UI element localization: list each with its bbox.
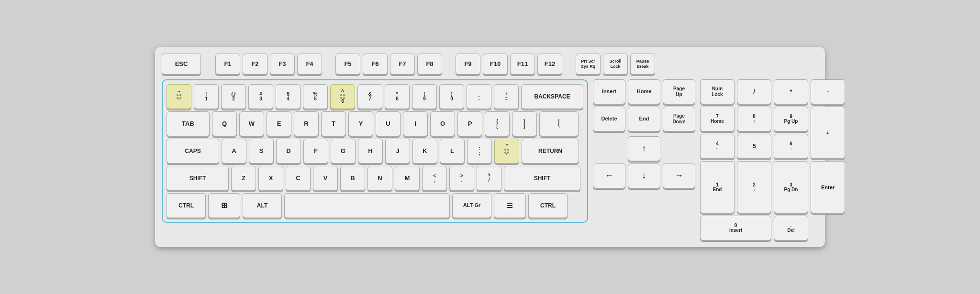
key-s[interactable]: S <box>249 139 274 163</box>
key-num7[interactable]: 7 Home <box>700 107 735 131</box>
key-tilde[interactable]: ~ ` <box>167 84 191 109</box>
key-down-arrow[interactable]: ↓ <box>628 163 660 188</box>
key-9[interactable]: ( 9 <box>412 84 437 109</box>
key-2[interactable]: @ 2 <box>221 84 246 109</box>
key-a[interactable]: A <box>222 139 246 163</box>
key-num4[interactable]: 4 ← <box>700 134 735 159</box>
key-n[interactable]: N <box>368 166 392 191</box>
key-num6[interactable]: 6 → <box>774 134 808 159</box>
key-5[interactable]: % 5 <box>303 84 328 109</box>
key-slash[interactable]: ? / <box>477 166 501 191</box>
key-scrolllock[interactable]: ScrollLock <box>603 54 628 75</box>
key-f12[interactable]: F12 <box>537 54 562 75</box>
key-num0[interactable]: 0 Insert <box>700 216 771 240</box>
key-equals[interactable]: + = <box>494 84 519 109</box>
key-ctrl-right[interactable]: CTRL <box>528 193 568 218</box>
key-b[interactable]: B <box>340 166 365 191</box>
key-num8[interactable]: 8 ↑ <box>737 107 771 131</box>
key-8[interactable]: * 8 <box>385 84 410 109</box>
key-menu[interactable]: ☰ <box>494 193 526 218</box>
key-tab[interactable]: TAB <box>167 111 210 136</box>
key-delete[interactable]: Delete <box>593 107 625 131</box>
key-win[interactable]: ⊞ <box>208 193 240 218</box>
key-h[interactable]: H <box>358 139 383 163</box>
key-ctrl-left[interactable]: CTRL <box>167 193 206 218</box>
key-home[interactable]: Home <box>628 79 660 104</box>
key-quote[interactable]: " ' <box>494 139 519 163</box>
key-up-arrow[interactable]: ↑ <box>628 136 660 161</box>
key-f9[interactable]: F9 <box>456 54 480 75</box>
key-f1[interactable]: F1 <box>215 54 240 75</box>
key-i[interactable]: I <box>403 111 428 136</box>
key-numlock[interactable]: NumLock <box>700 79 735 104</box>
key-v[interactable]: V <box>313 166 338 191</box>
key-num3[interactable]: 3 Pg Dn <box>774 161 808 213</box>
key-e[interactable]: E <box>267 111 291 136</box>
key-d[interactable]: D <box>276 139 301 163</box>
key-end[interactable]: End <box>628 107 660 131</box>
key-o[interactable]: O <box>430 111 455 136</box>
key-f8[interactable]: F8 <box>417 54 442 75</box>
key-f6[interactable]: F6 <box>363 54 388 75</box>
key-alt-gr[interactable]: ALT-Gr <box>452 193 491 218</box>
key-backslash[interactable]: | \ <box>539 111 579 136</box>
key-return[interactable]: RETURN <box>522 139 579 163</box>
key-lbracket[interactable]: { [ <box>485 111 510 136</box>
key-insert[interactable]: Insert <box>593 79 625 104</box>
key-num5[interactable]: 5 <box>737 134 771 159</box>
key-left-arrow[interactable]: ← <box>593 163 625 188</box>
key-num-enter[interactable]: Enter <box>811 161 845 213</box>
key-r[interactable]: R <box>294 111 319 136</box>
key-x[interactable]: X <box>258 166 283 191</box>
key-g[interactable]: G <box>331 139 356 163</box>
key-6[interactable]: ^ 6 <box>330 84 355 109</box>
key-7[interactable]: & 7 <box>357 84 382 109</box>
key-4[interactable]: $ 4 <box>276 84 301 109</box>
key-u[interactable]: U <box>376 111 401 136</box>
key-q[interactable]: Q <box>212 111 237 136</box>
key-num9[interactable]: 9 Pg Up <box>774 107 808 131</box>
key-f[interactable]: F <box>303 139 328 163</box>
key-backspace[interactable]: BACKSPACE <box>521 84 583 109</box>
key-space[interactable] <box>284 193 450 218</box>
key-m[interactable]: M <box>395 166 420 191</box>
key-1[interactable]: ! 1 <box>194 84 219 109</box>
key-0[interactable]: ) 0 <box>439 84 464 109</box>
key-prtscr[interactable]: Prt ScrSys Rq <box>576 54 601 75</box>
key-pause[interactable]: PauseBreak <box>630 54 655 75</box>
key-y[interactable]: Y <box>348 111 373 136</box>
key-num2[interactable]: 2 ↓ <box>737 161 771 213</box>
key-minus[interactable]: _ - <box>467 84 491 109</box>
key-k[interactable]: K <box>412 139 437 163</box>
key-f3[interactable]: F3 <box>270 54 295 75</box>
key-f10[interactable]: F10 <box>483 54 508 75</box>
key-rbracket[interactable]: } ] <box>512 111 537 136</box>
key-w[interactable]: W <box>239 111 264 136</box>
key-num-plus[interactable]: + <box>811 107 845 159</box>
key-num-dot[interactable]: . Del <box>774 216 808 240</box>
key-num-star[interactable]: * <box>774 79 808 104</box>
key-f7[interactable]: F7 <box>390 54 415 75</box>
key-alt-left[interactable]: ALT <box>243 193 282 218</box>
key-esc[interactable]: ESC <box>162 54 201 75</box>
key-p[interactable]: P <box>457 111 482 136</box>
key-num-minus[interactable]: - <box>811 79 845 104</box>
key-z[interactable]: Z <box>231 166 256 191</box>
key-num1[interactable]: 1 End <box>700 161 735 213</box>
key-f4[interactable]: F4 <box>297 54 322 75</box>
key-shift-left[interactable]: SHIFT <box>167 166 229 191</box>
key-j[interactable]: J <box>385 139 410 163</box>
key-num-slash[interactable]: / <box>737 79 771 104</box>
key-shift-right[interactable]: SHIFT <box>504 166 580 191</box>
key-right-arrow[interactable]: → <box>663 163 695 188</box>
key-period[interactable]: > . <box>449 166 474 191</box>
key-t[interactable]: T <box>321 111 346 136</box>
key-pageup[interactable]: PageUp <box>663 79 695 104</box>
key-f2[interactable]: F2 <box>243 54 267 75</box>
key-l[interactable]: L <box>440 139 465 163</box>
key-3[interactable]: # 3 <box>248 84 273 109</box>
key-comma[interactable]: < , <box>422 166 447 191</box>
key-f11[interactable]: F11 <box>510 54 535 75</box>
key-pagedown[interactable]: PageDown <box>663 107 695 131</box>
key-f5[interactable]: F5 <box>335 54 360 75</box>
